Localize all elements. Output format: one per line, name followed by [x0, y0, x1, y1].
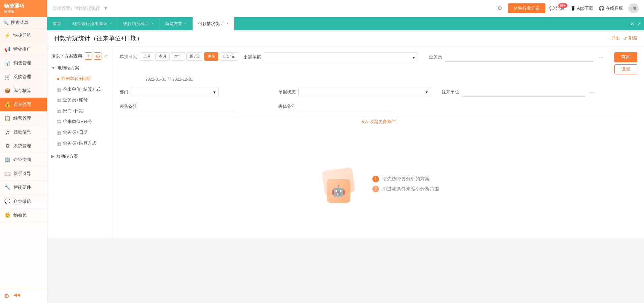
- tab-cash-flow-close[interactable]: ×: [110, 21, 112, 26]
- topbar: 资金管理 / 付款情况统计 ▾ ⚙ 体验行业方案 💬 消息 99+ 📱 App下…: [47, 0, 644, 17]
- tabs-close-button[interactable]: ✕: [630, 21, 634, 27]
- topbar-chevron-icon[interactable]: ▾: [104, 5, 107, 11]
- date-filter-buttons: 上月 本月 本年 近7天 更多 自定义: [140, 52, 238, 61]
- scheme-item-partner-settle[interactable]: ▦ 往来单位+结算方式: [47, 84, 113, 95]
- sidebar-item-basic-info[interactable]: 🗂 基础信息: [0, 125, 47, 139]
- scheme-item-salesman-account[interactable]: ▦ 业务员+账号: [47, 95, 113, 105]
- sidebar-item-label: 系统管理: [13, 143, 31, 149]
- scheme-panel-header: 按以下方案查询 + ⊙ «: [47, 50, 113, 62]
- scheme-group-arrow-icon: ▼: [51, 66, 55, 70]
- tab-receipt-stats-close[interactable]: ×: [151, 21, 154, 26]
- bill-status-label: 单据状态: [278, 89, 296, 95]
- empty-tip-1-text: 请先选择要分析的方案: [382, 176, 430, 182]
- scheme-item-salesman-settle[interactable]: ▦ 业务员+结算方式: [47, 138, 113, 149]
- message-button[interactable]: 💬 消息 99+: [549, 5, 565, 11]
- salesman-more-icon[interactable]: ···: [598, 54, 604, 61]
- date-btn-custom[interactable]: 自定义: [220, 52, 238, 61]
- tabs-maximize-button[interactable]: ⤢: [637, 21, 641, 27]
- scheme-item-dept-date[interactable]: ▦ 部门+日期: [47, 105, 113, 116]
- scheme-panel-label: 按以下方案查询: [51, 53, 82, 59]
- sidebar-logo: 畅捷通巧 标准版: [0, 0, 47, 17]
- scheme-group-mobile-title[interactable]: ▶ 移动端方案: [47, 151, 113, 161]
- scheme-item-partner-account[interactable]: ▤ 往来单位+账号: [47, 116, 113, 127]
- sidebar-item-wechat[interactable]: 💬 企业微信: [0, 194, 47, 208]
- dept-select[interactable]: ▾: [131, 87, 219, 97]
- export-label: 导出: [611, 35, 620, 41]
- partner-input[interactable]: [462, 87, 586, 97]
- topbar-gear-icon[interactable]: ⚙: [495, 3, 504, 13]
- bill-status-select[interactable]: ▾: [298, 87, 431, 97]
- guide-icon: 📖: [4, 170, 11, 177]
- wechat-icon: 💬: [4, 198, 11, 205]
- tab-home[interactable]: 首页: [47, 17, 67, 30]
- sidebar-item-system[interactable]: ⚙ 系统管理: [0, 139, 47, 153]
- date-btn-7days[interactable]: 近7天: [186, 52, 203, 61]
- operation-icon: 📋: [4, 115, 11, 122]
- date-btn-this-month[interactable]: 本月: [155, 52, 170, 61]
- sidebar-item-label: 资金管理: [13, 101, 31, 108]
- refresh-button[interactable]: ↺ 刷新: [623, 35, 637, 41]
- query-button[interactable]: 查询: [614, 52, 637, 62]
- message-badge: 99+: [558, 3, 567, 8]
- settings-button[interactable]: 设置: [614, 64, 637, 74]
- partner-label: 往来单位: [442, 89, 459, 95]
- refresh-icon: ↺: [623, 36, 627, 41]
- dept-label: 部门: [120, 89, 128, 95]
- enterprise-icon: 🏢: [4, 156, 11, 163]
- scheme-item-icon: ▦: [57, 97, 61, 103]
- content-area: 按以下方案查询 + ⊙ « ▼ 电脑端方案 ● 往来单位+日期: [47, 47, 644, 238]
- sidebar-item-finance[interactable]: 💰 资金管理: [0, 98, 47, 112]
- sidebar-settings-icon[interactable]: ⚙: [4, 292, 9, 300]
- sidebar-item-hardware[interactable]: 🔧 智能硬件: [0, 181, 47, 194]
- sidebar-item-quick-nav[interactable]: ⚡ 快捷导航: [0, 29, 47, 42]
- date-btn-this-year[interactable]: 本年: [171, 52, 185, 61]
- online-service-button[interactable]: 🎧 在线客服: [599, 5, 623, 11]
- tab-payment-stats[interactable]: 付款情况统计 ×: [193, 17, 234, 30]
- sidebar-item-guide[interactable]: 📖 新手引导: [0, 167, 47, 181]
- search-menu[interactable]: 🔍 搜索菜单: [0, 17, 47, 29]
- user-name: Rit: [631, 6, 636, 11]
- header-note-input[interactable]: [140, 102, 234, 111]
- tab-new-scheme[interactable]: 新建方案 ×: [159, 17, 193, 30]
- partner-more-icon[interactable]: ···: [590, 89, 595, 96]
- export-button[interactable]: ↑ 导出: [608, 35, 620, 41]
- sidebar-item-inventory[interactable]: 📦 库存核算: [0, 84, 47, 98]
- sidebar-item-sales[interactable]: 📊 销售管理: [0, 56, 47, 70]
- scheme-item-label: 往来单位+日期: [61, 75, 90, 82]
- scheme-panel-icons: + ⊙: [85, 52, 101, 60]
- scheme-item-partner-date[interactable]: ● 往来单位+日期: [47, 73, 113, 84]
- tab-receipt-stats-label: 收款情况统计: [123, 21, 149, 27]
- salesman-input[interactable]: [445, 52, 594, 62]
- scheme-item-salesman-date[interactable]: ▦ 业务员+日期: [47, 127, 113, 138]
- trial-button[interactable]: 体验行业方案: [508, 3, 545, 13]
- sidebar-item-marketing[interactable]: 📢 营销推广: [0, 42, 47, 56]
- sidebar-collapse-icon[interactable]: ◀◀: [13, 292, 20, 300]
- sidebar-item-operation[interactable]: 📋 经营管理: [0, 112, 47, 125]
- scheme-settings-button[interactable]: ⊙: [94, 52, 101, 60]
- tab-receipt-stats[interactable]: 收款情况统计 ×: [118, 17, 159, 30]
- tab-home-label: 首页: [53, 21, 61, 27]
- bill-status-arrow-icon: ▾: [426, 90, 428, 95]
- tab-payment-stats-label: 付款情况统计: [198, 21, 224, 27]
- scheme-collapse-icon[interactable]: «: [104, 53, 107, 59]
- date-btn-more[interactable]: 更多: [204, 52, 218, 61]
- tab-new-scheme-close[interactable]: ×: [184, 21, 187, 26]
- sidebar-item-label: 畅会员: [13, 212, 27, 218]
- collapse-conditions-button[interactable]: ∧∧ 收起更多条件: [361, 119, 396, 125]
- member-icon: 👑: [4, 212, 11, 218]
- app-download-label: App下载: [577, 5, 593, 11]
- app-download-button[interactable]: 📱 App下载: [570, 5, 593, 11]
- tab-cash-flow[interactable]: 现金银行流水查询 ×: [67, 17, 118, 30]
- source-bill-select[interactable]: ▾: [264, 52, 418, 62]
- sidebar-item-label: 智能硬件: [13, 184, 31, 190]
- body-note-input[interactable]: [298, 102, 393, 111]
- quick-nav-icon: ⚡: [4, 32, 11, 39]
- date-btn-last-month[interactable]: 上月: [140, 52, 154, 61]
- user-avatar[interactable]: Rit: [628, 3, 639, 13]
- tab-payment-stats-close[interactable]: ×: [226, 21, 229, 26]
- scheme-add-button[interactable]: +: [85, 52, 92, 60]
- sidebar-item-purchase[interactable]: 🛒 采购管理: [0, 70, 47, 84]
- scheme-group-desktop-title[interactable]: ▼ 电脑端方案: [47, 63, 113, 73]
- sidebar-item-member[interactable]: 👑 畅会员: [0, 208, 47, 222]
- sidebar-item-enterprise[interactable]: 🏢 企业协同: [0, 153, 47, 167]
